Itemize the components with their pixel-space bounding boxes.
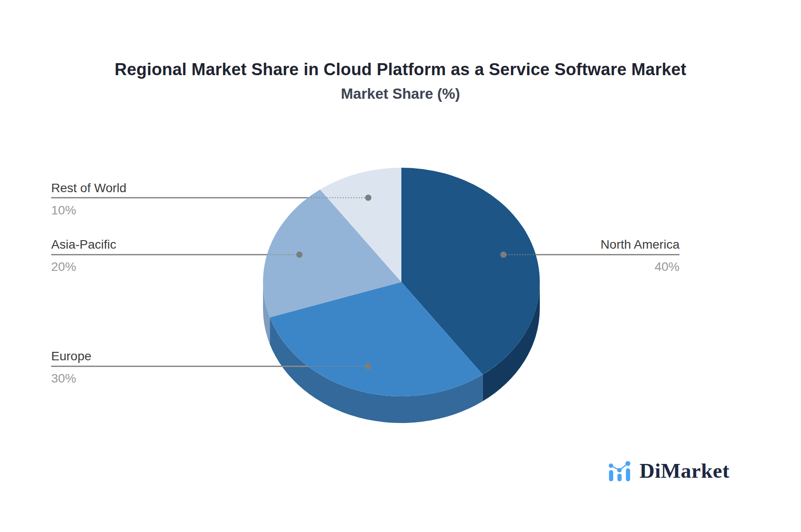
pie-chart	[0, 0, 801, 532]
chart-canvas: Regional Market Share in Cloud Platform …	[0, 0, 801, 532]
brand-logo-text: DiMarket	[639, 459, 729, 482]
leader-dot-rest-of-world	[365, 195, 372, 201]
leader-dot-europe	[365, 363, 372, 369]
dimarket-logo-icon	[608, 459, 634, 482]
leader-dot-north-america	[500, 251, 506, 258]
brand-logo: DiMarket	[608, 459, 729, 482]
leader-dot-asia-pacific	[296, 251, 303, 258]
